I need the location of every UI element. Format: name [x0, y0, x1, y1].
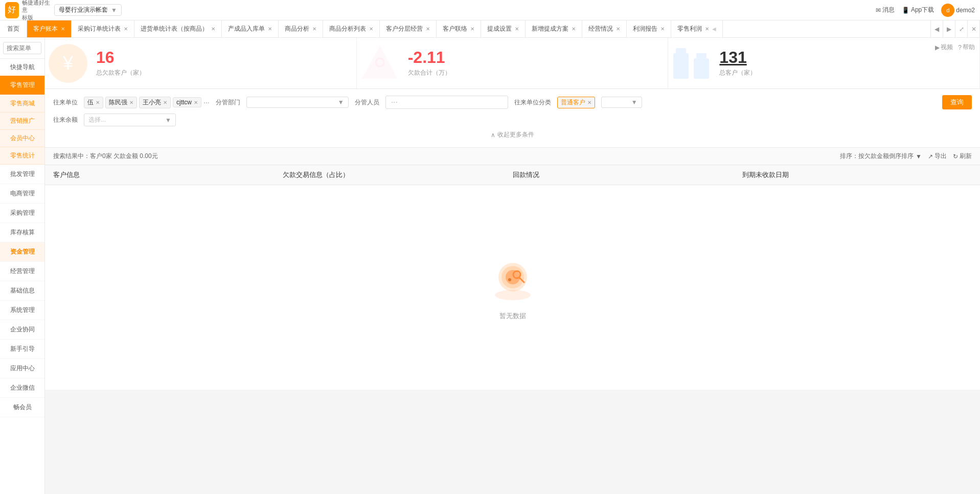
- sidebar-item-retail-mall[interactable]: 零售商城: [0, 95, 44, 113]
- stats-row: ¥ 16 总欠款客户（家） -2.11 欠款合计（万）: [45, 38, 980, 89]
- stat-info-customers: 16 总欠款客户（家）: [96, 49, 145, 77]
- search-input[interactable]: [3, 42, 41, 54]
- remove-tag-chen[interactable]: ✕: [129, 100, 133, 105]
- tab-product-analysis[interactable]: 商品分析 ✕: [279, 20, 323, 37]
- sidebar-item-enterprise-collab[interactable]: 企业协同: [0, 320, 44, 340]
- remove-tag-cjttcw[interactable]: ✕: [194, 100, 198, 105]
- sidebar-item-purchase[interactable]: 采购管理: [0, 204, 44, 223]
- tab-new-commission[interactable]: 新增提成方案 ✕: [526, 20, 582, 37]
- filter-balance-select[interactable]: 选择... ▼: [84, 114, 176, 126]
- sidebar-item-ecommerce[interactable]: 电商管理: [0, 184, 44, 204]
- sidebar-item-retail-stats[interactable]: 零售统计: [0, 147, 44, 165]
- nav-arrows: ◀ ▶ ⤢ ✕: [930, 20, 980, 37]
- sidebar-item-member[interactable]: 畅会员: [0, 398, 44, 417]
- sort-select[interactable]: 排序：按欠款金额倒序排序 ▼: [840, 152, 922, 161]
- tab-close-icon[interactable]: ✕: [211, 26, 215, 32]
- remove-tag-wu[interactable]: ✕: [96, 100, 100, 105]
- nav-expand-button[interactable]: ⤢: [955, 20, 968, 38]
- user-profile[interactable]: d demo2: [941, 4, 975, 17]
- tab-retail-profit[interactable]: 零售利润 ✕ ◀: [671, 20, 723, 37]
- export-button[interactable]: ↗ 导出: [928, 152, 947, 161]
- remove-tag-normal-customer[interactable]: ✕: [587, 100, 591, 105]
- sidebar-item-finance[interactable]: 资金管理: [0, 242, 44, 262]
- play-icon: ▶: [935, 44, 940, 51]
- message-icon: ✉: [876, 7, 881, 14]
- filter-unit-class-label: 往来单位分类: [514, 98, 551, 107]
- query-button[interactable]: 查询: [942, 95, 972, 109]
- video-link[interactable]: ▶ 视频: [935, 43, 953, 52]
- sidebar-item-inventory[interactable]: 库存核算: [0, 223, 44, 242]
- tab-close-icon[interactable]: ✕: [616, 26, 620, 32]
- tab-purchase-order-stats[interactable]: 采购订单统计表 ✕: [72, 20, 134, 37]
- tab-close-icon[interactable]: ✕: [572, 26, 576, 32]
- filter-tag-normal-customer: 普通客户 ✕: [557, 97, 595, 108]
- tab-close-icon[interactable]: ✕: [660, 26, 665, 32]
- tab-purchase-stats-by-product[interactable]: 进货单统计表（按商品） ✕: [134, 20, 222, 37]
- top-right-actions: ▶ 视频 ? 帮助: [935, 43, 975, 52]
- sidebar-item-member-center[interactable]: 会员中心: [0, 130, 44, 147]
- tab-product-inbound[interactable]: 产成品入库单 ✕: [222, 20, 279, 37]
- tab-close-icon[interactable]: ✕: [124, 26, 128, 32]
- tab-customer-layer[interactable]: 客户分层经营 ✕: [380, 20, 437, 37]
- sidebar-item-enterprise-wechat[interactable]: 企业微信: [0, 378, 44, 398]
- nav-next-button[interactable]: ▶: [943, 20, 955, 38]
- tab-operations[interactable]: 经营情况 ✕: [582, 20, 627, 37]
- filter-row-1: 往来单位 伍 ✕ 陈民强 ✕ 王小亮 ✕ cjttcw: [53, 95, 972, 109]
- tab-close-icon[interactable]: ✕: [268, 26, 272, 32]
- stat-info-debt: -2.11 欠款合计（万）: [408, 49, 451, 77]
- results-bar: 搜索结果中：客户0家 欠款金额 0.00元 排序：按欠款金额倒序排序 ▼ ↗ 导…: [45, 148, 980, 165]
- sidebar-item-system[interactable]: 系统管理: [0, 301, 44, 320]
- tab-close-icon[interactable]: ✕: [369, 26, 373, 32]
- tab-customer-contact[interactable]: 客户联络 ✕: [437, 20, 481, 37]
- top-bar-right: ✉ 消息 📱 App下载 d demo2: [876, 4, 975, 17]
- tab-close-icon[interactable]: ✕: [426, 26, 430, 32]
- stat-card-total-customers: 131 总客户（家）: [668, 38, 980, 88]
- top-bar: 好 畅捷通好生意 标版 母婴行业演示帐套 ▼ ✉ 消息 📱 App下载 d de…: [0, 0, 980, 20]
- sidebar-item-wholesale[interactable]: 批发管理: [0, 165, 44, 184]
- tab-close-icon[interactable]: ✕: [312, 26, 316, 32]
- sidebar-item-basic-info[interactable]: 基础信息: [0, 281, 44, 301]
- message-link[interactable]: ✉ 消息: [876, 6, 895, 14]
- top-bar-left: 好 畅捷通好生意 标版 母婴行业演示帐套 ▼: [5, 0, 122, 21]
- filter-more-button[interactable]: ···: [203, 98, 210, 106]
- filter-person-select[interactable]: ···: [385, 96, 508, 109]
- ellipsis-icon: ···: [391, 98, 398, 107]
- tab-customer-ledger[interactable]: 客户账本 ✕: [27, 20, 72, 37]
- collapse-button[interactable]: ∧ 收起更多条件: [491, 130, 534, 139]
- filter-person-label: 分管人员: [355, 98, 379, 107]
- data-table: 客户信息 欠款交易信息（占比） 回款情况 到期未收款日期: [45, 165, 980, 390]
- tab-close-icon[interactable]: ✕: [515, 26, 519, 32]
- tab-profit-report[interactable]: 利润报告 ✕: [627, 20, 671, 37]
- sidebar-item-operations[interactable]: 经营管理: [0, 262, 44, 281]
- remove-tag-wang[interactable]: ✕: [163, 100, 167, 105]
- tab-close-icon[interactable]: ✕: [61, 26, 65, 32]
- filter-tag-chen: 陈民强 ✕: [105, 97, 137, 108]
- table-body: 暂无数据: [45, 185, 980, 390]
- nav-close-all-button[interactable]: ✕: [968, 20, 980, 38]
- chevron-down-icon: ▼: [916, 153, 922, 160]
- col-due-date: 到期未收款日期: [742, 170, 972, 179]
- filter-unit-class-tags: 普通客户 ✕: [557, 97, 595, 108]
- sidebar-item-newbie-guide[interactable]: 新手引导: [0, 340, 44, 359]
- filter-unit-class-select[interactable]: ▼: [601, 97, 642, 108]
- tab-product-analysis-list[interactable]: 商品分析列表 ✕: [323, 20, 380, 37]
- tab-commission-settings[interactable]: 提成设置 ✕: [481, 20, 526, 37]
- app-download-link[interactable]: 📱 App下载: [902, 6, 934, 14]
- tab-close-icon[interactable]: ✕: [705, 26, 709, 32]
- sidebar-item-retail-management[interactable]: 零售管理: [0, 76, 44, 95]
- svg-rect-3: [673, 53, 689, 79]
- logo-text: 畅捷通好生意 标版: [22, 0, 50, 21]
- nav-prev-button[interactable]: ◀: [931, 20, 943, 38]
- table-header: 客户信息 欠款交易信息（占比） 回款情况 到期未收款日期: [45, 165, 980, 185]
- sidebar-item-app-center[interactable]: 应用中心: [0, 359, 44, 378]
- tab-close-icon[interactable]: ✕: [470, 26, 474, 32]
- filter-dept-select[interactable]: ▼: [246, 97, 349, 108]
- sidebar-item-quick-nav[interactable]: 快捷导航: [0, 59, 44, 76]
- tab-home[interactable]: 首页: [0, 20, 27, 37]
- chevron-down-icon: ▼: [111, 7, 117, 14]
- help-link[interactable]: ? 帮助: [958, 43, 975, 52]
- account-selector[interactable]: 母婴行业演示帐套 ▼: [54, 4, 122, 16]
- export-icon: ↗: [928, 153, 933, 160]
- refresh-button[interactable]: ↻ 刷新: [953, 152, 972, 161]
- sidebar-item-marketing[interactable]: 营销推广: [0, 113, 44, 130]
